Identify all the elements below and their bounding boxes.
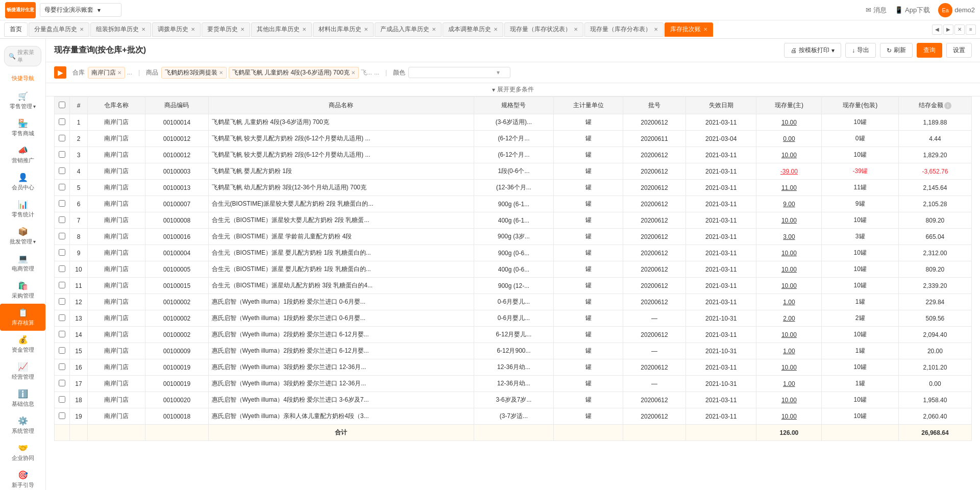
cell-checkbox[interactable] — [55, 229, 70, 245]
cell-checkbox[interactable] — [55, 310, 70, 327]
cell-qty-main[interactable]: 2.00 — [756, 310, 822, 327]
sidebar-item-retail-stats[interactable]: 📊 零售统计 — [0, 195, 45, 223]
tab-11-active[interactable]: 库存批次账 ✕ — [665, 22, 713, 37]
amount-info-icon[interactable]: i — [944, 102, 951, 109]
product-more[interactable]: 飞... — [361, 68, 372, 77]
cell-qty-main[interactable]: 0.00 — [756, 131, 822, 147]
cell-qty-main[interactable]: 1.00 — [756, 294, 822, 310]
tab-1-close[interactable]: ✕ — [80, 27, 84, 32]
th-expire[interactable]: 失效日期 — [686, 97, 756, 114]
cell-checkbox[interactable] — [55, 180, 70, 196]
th-qty-main[interactable]: 现存量(主) — [756, 97, 822, 114]
sidebar-item-basic-info[interactable]: ℹ️ 基础信息 — [0, 385, 45, 412]
tab-11-close[interactable]: ✕ — [703, 27, 707, 32]
product-tag-1-remove[interactable]: ✕ — [351, 70, 355, 76]
th-unit[interactable]: 主计量单位 — [554, 97, 623, 114]
sidebar-item-operations[interactable]: 📈 经营管理 — [0, 358, 45, 385]
cell-qty-main[interactable]: 1.00 — [756, 376, 822, 392]
cell-checkbox[interactable] — [55, 114, 70, 131]
cell-qty-main[interactable]: 10.00 — [756, 245, 822, 261]
warehouse-tag-0-remove[interactable]: ✕ — [117, 70, 121, 76]
th-code[interactable]: 商品编码 — [145, 97, 208, 114]
cell-qty-main[interactable]: 10.00 — [756, 359, 822, 376]
tab-3[interactable]: 调拨单历史 ✕ — [152, 22, 201, 37]
sidebar-item-finance[interactable]: 💰 资金管理 — [0, 331, 45, 358]
tab-8-close[interactable]: ✕ — [494, 27, 498, 32]
cell-checkbox[interactable] — [55, 261, 70, 278]
tab-6-close[interactable]: ✕ — [364, 27, 368, 32]
cell-checkbox[interactable] — [55, 212, 70, 229]
sidebar-item-marketing[interactable]: 📣 营销推广 — [0, 141, 45, 168]
tab-7[interactable]: 产成品入库单历史 ✕ — [375, 22, 442, 37]
cell-qty-main[interactable]: 10.00 — [756, 147, 822, 163]
tab-next-btn[interactable]: ▶ — [943, 24, 953, 35]
th-qty-pkg[interactable]: 现存量(包装) — [822, 97, 898, 114]
cell-checkbox[interactable] — [55, 245, 70, 261]
sidebar-item-enterprise[interactable]: 🤝 企业协同 — [0, 439, 45, 466]
th-amount[interactable]: 结存金额 i — [898, 97, 971, 114]
cell-qty-main[interactable]: 10.00 — [756, 212, 822, 229]
tab-2[interactable]: 组装拆卸单历史 ✕ — [90, 22, 151, 37]
cell-checkbox[interactable] — [55, 327, 70, 343]
product-tag-0[interactable]: 飞鹤奶粉3段两提装 ✕ — [161, 67, 227, 79]
cell-checkbox[interactable] — [55, 196, 70, 212]
sidebar-item-retail-mall[interactable]: 🏪 零售商城 — [0, 114, 45, 141]
select-all-checkbox[interactable] — [59, 102, 65, 108]
table-container[interactable]: # 仓库名称 商品编码 商品名称 规格型号 主计量单位 批号 失效日期 现存量(… — [46, 96, 980, 490]
tab-9[interactable]: 现存量（库存状况表） ✕ — [504, 22, 583, 37]
tab-2-close[interactable]: ✕ — [141, 27, 145, 32]
cell-qty-main[interactable]: 10.00 — [756, 278, 822, 294]
cell-checkbox[interactable] — [55, 408, 70, 425]
tab-3-close[interactable]: ✕ — [191, 27, 195, 32]
cell-qty-main[interactable]: 10.00 — [756, 114, 822, 131]
cell-qty-main[interactable]: 10.00 — [756, 408, 822, 425]
th-name[interactable]: 商品名称 — [208, 97, 474, 114]
tab-home[interactable]: 首页 — [4, 22, 28, 37]
cell-checkbox[interactable] — [55, 376, 70, 392]
cell-checkbox[interactable] — [55, 359, 70, 376]
tab-10[interactable]: 现存量（库存分布表） ✕ — [584, 22, 664, 37]
warehouse-more[interactable]: ... — [127, 69, 132, 76]
sidebar-item-purchase[interactable]: 🛍️ 采购管理 — [0, 277, 45, 304]
tab-10-close[interactable]: ✕ — [654, 27, 658, 32]
tab-6[interactable]: 材料出库单历史 ✕ — [313, 22, 374, 37]
th-checkbox[interactable] — [55, 97, 70, 114]
cell-checkbox[interactable] — [55, 343, 70, 359]
cell-qty-main[interactable]: 10.00 — [756, 392, 822, 408]
cell-checkbox[interactable] — [55, 294, 70, 310]
tab-5[interactable]: 其他出库单历史 ✕ — [251, 22, 312, 37]
setting-button[interactable]: 设置 — [946, 43, 972, 58]
tab-4[interactable]: 要货单历史 ✕ — [202, 22, 250, 37]
sidebar-item-member[interactable]: 👤 会员中心 — [0, 168, 45, 195]
th-warehouse[interactable]: 仓库名称 — [88, 97, 145, 114]
tab-9-close[interactable]: ✕ — [574, 27, 578, 32]
filter-expand-btn[interactable]: ▶ — [54, 66, 66, 79]
cell-qty-main[interactable]: -39.00 — [756, 163, 822, 180]
th-spec[interactable]: 规格型号 — [474, 97, 554, 114]
tab-8[interactable]: 成本调整单历史 ✕ — [443, 22, 503, 37]
tab-prev-btn[interactable]: ◀ — [932, 24, 942, 35]
export-button[interactable]: ↓ 导出 — [845, 43, 876, 58]
cell-checkbox[interactable] — [55, 392, 70, 408]
tab-4-close[interactable]: ✕ — [240, 27, 244, 32]
cell-qty-main[interactable]: 11.00 — [756, 180, 822, 196]
sidebar-item-system[interactable]: ⚙️ 系统管理 — [0, 412, 45, 439]
print-button[interactable]: 🖨 按模板打印 ▾ — [784, 43, 841, 58]
user-profile[interactable]: Ea demo2 — [938, 3, 975, 17]
cell-qty-main[interactable]: 10.00 — [756, 261, 822, 278]
refresh-button[interactable]: ↻ 刷新 — [880, 43, 913, 58]
message-btn[interactable]: ✉ 消息 — [866, 6, 887, 15]
app-download-btn[interactable]: 📱 App下载 — [895, 6, 930, 15]
sidebar-item-guide[interactable]: 🎯 新手引导 — [0, 466, 45, 490]
cell-checkbox[interactable] — [55, 131, 70, 147]
cell-qty-main[interactable]: 3.00 — [756, 229, 822, 245]
tab-menu-btn[interactable]: ≡ — [966, 24, 976, 35]
product-tag-1[interactable]: 飞鹤星飞帆 儿童奶粉 4段(3-6岁适用) 700克 ✕ — [229, 67, 359, 79]
expand-conditions-btn[interactable]: ▾ 展开更多条件 — [46, 83, 980, 96]
tab-close-btn[interactable]: ✕ — [954, 24, 965, 35]
cell-checkbox[interactable] — [55, 163, 70, 180]
tab-1[interactable]: 分量盘点单历史 ✕ — [29, 22, 89, 37]
account-dropdown[interactable]: 母婴行业演示账套 ▾ — [40, 3, 121, 17]
sidebar-item-inventory[interactable]: 📋 库存核算 — [0, 304, 45, 331]
product-tag-0-remove[interactable]: ✕ — [219, 70, 223, 76]
